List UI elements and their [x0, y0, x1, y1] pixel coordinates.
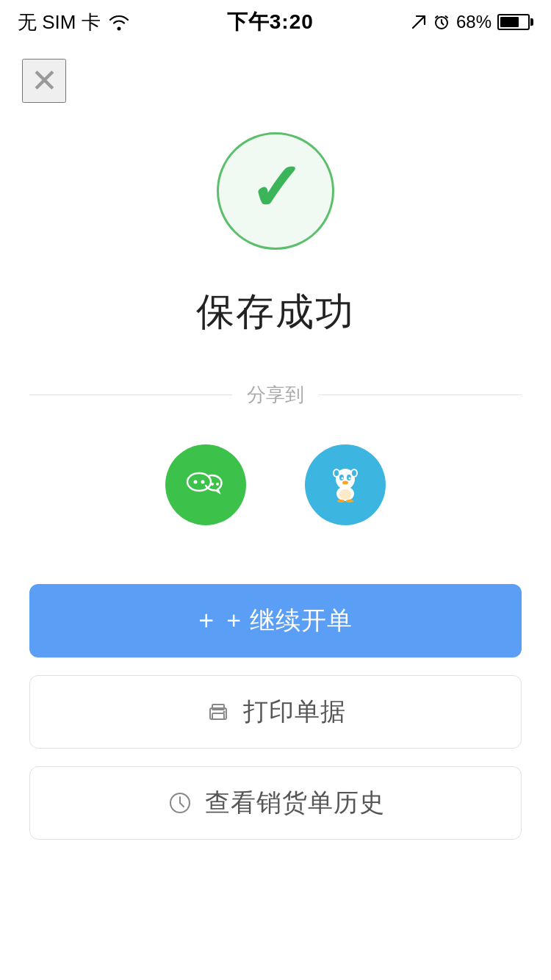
close-icon: ✕: [31, 65, 58, 97]
battery-percentage: 68%: [456, 12, 491, 32]
divider-line-left: [29, 394, 232, 395]
battery-icon: [497, 14, 533, 30]
carrier-text: 无 SIM 卡: [18, 10, 101, 35]
success-title: 保存成功: [196, 287, 355, 338]
svg-point-14: [337, 500, 345, 502]
close-button[interactable]: ✕: [22, 59, 66, 103]
view-history-label: 查看销货单历史: [205, 786, 385, 820]
svg-rect-22: [212, 713, 224, 719]
svg-point-9: [342, 478, 344, 480]
svg-point-10: [349, 478, 351, 480]
svg-point-5: [216, 483, 219, 486]
continue-order-button[interactable]: + + 继续开单: [29, 584, 522, 657]
continue-order-label: + 继续开单: [226, 604, 352, 638]
location-icon: [411, 14, 427, 30]
success-icon-circle: ✓: [217, 132, 334, 250]
svg-point-18: [334, 470, 339, 476]
main-content: ✕ ✓ 保存成功 分享到: [0, 44, 551, 980]
qq-icon: [322, 461, 369, 508]
share-icons-row: [165, 444, 386, 525]
status-bar-right: 68%: [411, 12, 533, 32]
action-buttons: + + 继续开单 打印单据 查看销货单历史: [29, 584, 522, 840]
printer-icon: [205, 699, 231, 725]
wifi-icon: [108, 13, 130, 31]
status-bar: 无 SIM 卡 下午3:20 68%: [0, 0, 551, 44]
wechat-share-button[interactable]: [165, 444, 246, 525]
clock-icon: [167, 790, 193, 816]
print-receipt-label: 打印单据: [243, 695, 346, 729]
svg-point-2: [194, 480, 198, 484]
print-receipt-button[interactable]: 打印单据: [29, 675, 522, 749]
share-divider: 分享到: [29, 382, 522, 408]
qq-share-button[interactable]: [305, 444, 386, 525]
svg-point-13: [339, 489, 351, 500]
svg-point-3: [201, 480, 205, 484]
checkmark-icon: ✓: [248, 155, 303, 221]
status-bar-time: 下午3:20: [227, 8, 314, 36]
svg-point-4: [211, 483, 214, 486]
share-label: 分享到: [247, 382, 304, 408]
view-history-button[interactable]: 查看销货单历史: [29, 766, 522, 840]
svg-point-11: [342, 481, 348, 485]
status-bar-left: 无 SIM 卡: [18, 10, 130, 35]
divider-line-right: [319, 394, 522, 395]
wechat-icon: [182, 461, 229, 508]
svg-point-23: [223, 711, 226, 713]
alarm-icon: [433, 13, 450, 31]
svg-point-19: [352, 470, 356, 476]
plus-icon: +: [198, 605, 215, 636]
svg-point-15: [346, 500, 353, 502]
